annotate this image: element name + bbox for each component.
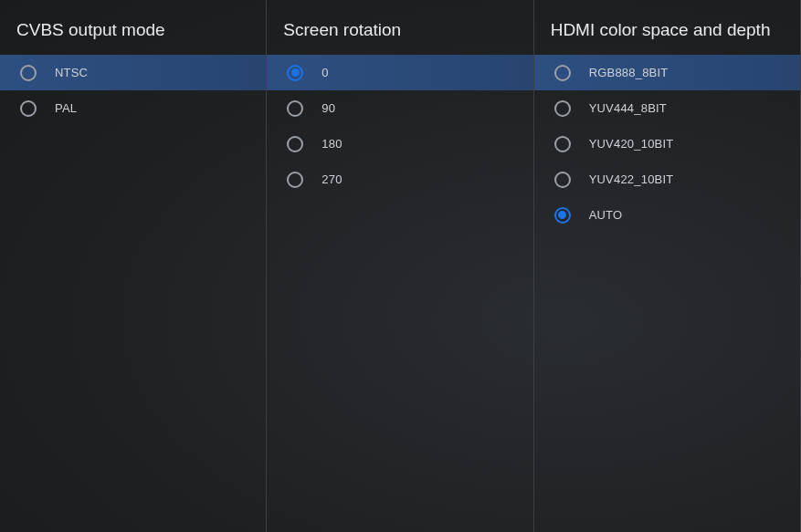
radio-icon (554, 100, 571, 117)
radio-option-rgb888-8bit[interactable]: RGB888_8BIT (534, 55, 800, 90)
radio-icon (287, 100, 303, 117)
screen-rotation-column: Screen rotation 0 90 180 270 (267, 0, 533, 532)
radio-icon (287, 136, 303, 152)
radio-option-auto[interactable]: AUTO (534, 197, 800, 233)
radio-option-270[interactable]: 270 (267, 162, 532, 197)
hdmi-color-space-column: HDMI color space and depth RGB888_8BIT Y… (534, 0, 801, 532)
radio-icon (287, 65, 303, 81)
radio-option-yuv422-10bit[interactable]: YUV422_10BIT (534, 162, 800, 197)
radio-icon (287, 172, 303, 188)
column-header: HDMI color space and depth (534, 0, 800, 55)
radio-label: YUV420_10BIT (589, 137, 674, 151)
radio-label: 270 (321, 172, 342, 186)
radio-option-pal[interactable]: PAL (0, 90, 266, 126)
radio-label: YUV444_8BIT (589, 101, 667, 115)
radio-label: NTSC (55, 66, 88, 79)
column-header: CVBS output mode (0, 0, 266, 55)
cvbs-output-mode-column: CVBS output mode NTSC PAL (0, 0, 267, 532)
radio-icon (554, 136, 571, 152)
radio-label: AUTO (589, 208, 623, 222)
radio-label: PAL (55, 101, 77, 115)
column-header: Screen rotation (267, 0, 532, 55)
radio-icon (20, 100, 37, 117)
radio-icon (20, 65, 37, 81)
radio-icon (554, 172, 571, 188)
radio-label: YUV422_10BIT (589, 172, 674, 186)
radio-icon (554, 65, 571, 81)
radio-option-180[interactable]: 180 (267, 126, 532, 162)
radio-label: 0 (321, 66, 328, 79)
radio-label: 90 (321, 101, 335, 115)
radio-label: 180 (321, 137, 342, 151)
radio-label: RGB888_8BIT (589, 66, 669, 79)
radio-option-ntsc[interactable]: NTSC (0, 55, 266, 90)
radio-icon (554, 207, 571, 224)
radio-option-yuv444-8bit[interactable]: YUV444_8BIT (534, 90, 800, 126)
radio-option-0[interactable]: 0 (267, 55, 532, 90)
radio-option-yuv420-10bit[interactable]: YUV420_10BIT (534, 126, 800, 162)
radio-option-90[interactable]: 90 (267, 90, 532, 126)
